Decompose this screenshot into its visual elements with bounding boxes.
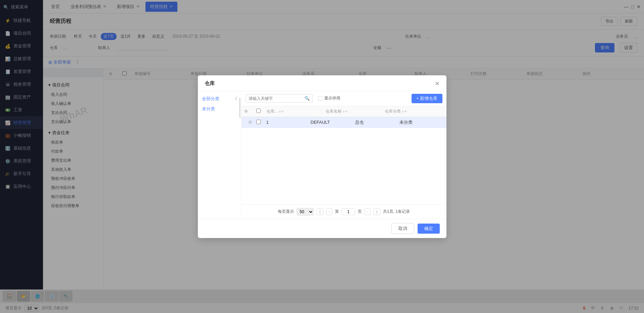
sort-arrows-code: ▲▼: [279, 110, 284, 113]
modal-page-size-select[interactable]: 50 20 100: [297, 208, 314, 216]
sort-arrows-category: ▲▼: [402, 110, 407, 113]
all-categories-label: 全部分类: [202, 96, 219, 102]
cancel-button[interactable]: 取消: [391, 223, 414, 234]
th-warehouse-category-label: 仓库分类: [385, 109, 401, 114]
modal-footer: 取消 确定: [198, 219, 446, 238]
modal-header: 仓库 ✕: [198, 75, 446, 91]
first-page-button[interactable]: ⟪: [316, 208, 324, 215]
row-warehouse-name: 总仓: [355, 119, 399, 125]
all-categories-header[interactable]: 全部分类 《: [198, 94, 241, 104]
last-page-button[interactable]: ⟫: [373, 208, 380, 215]
cat-scrollbar-thumb: [239, 98, 241, 118]
th-warehouse-code-label: 仓库...: [266, 109, 278, 114]
jump-label: 算: [335, 209, 339, 214]
search-box: 🔍: [246, 94, 313, 103]
th-warehouse-category: 仓库分类 ▲▼: [385, 109, 444, 114]
right-panel: 🔍 显示停用 + 新增仓库 ⚙: [242, 91, 446, 219]
category-item-uncategorized[interactable]: 未分类: [198, 104, 241, 114]
search-icon: 🔍: [304, 96, 310, 101]
row-settings-icon: ⚙: [244, 120, 256, 125]
row-warehouse-index: 1: [266, 120, 311, 125]
uncategorized-label: 未分类: [202, 106, 215, 111]
warehouse-modal: 仓库 ✕ 全部分类 《 未分类 🔍: [198, 75, 446, 238]
th-modal-settings: ⚙: [244, 109, 256, 114]
warehouse-search-input[interactable]: [249, 96, 302, 101]
modal-table-footer: 每页显示 50 20 100 ⟪ ‹ 算 页 › ⟫ 共1页, 1条记录: [242, 204, 446, 219]
row-checkbox[interactable]: [256, 120, 266, 125]
right-toolbar: 🔍 显示停用 + 新增仓库: [242, 91, 446, 106]
row-warehouse-category: 未分类: [399, 119, 444, 125]
page-number-input[interactable]: [342, 208, 355, 215]
collapse-categories-icon[interactable]: 《: [233, 96, 237, 102]
row-1-checkbox[interactable]: [256, 120, 261, 124]
modal-body: 全部分类 《 未分类 🔍 显示停用: [198, 91, 446, 219]
table-row[interactable]: ⚙ 1 DEFAULT 总仓 未分类: [242, 117, 446, 128]
prev-page-button[interactable]: ‹: [326, 208, 332, 215]
next-page-button[interactable]: ›: [364, 208, 371, 215]
modal-total-text: 共1页, 1条记录: [383, 209, 410, 214]
modal-select-all-checkbox[interactable]: [256, 109, 261, 113]
sort-arrows-name: ▲▼: [343, 110, 348, 113]
modal-title: 仓库: [205, 80, 215, 87]
show-disabled-text: 显示停用: [324, 95, 340, 101]
th-modal-checkbox: [256, 109, 266, 114]
settings-icon-col: ⚙: [244, 109, 248, 114]
th-warehouse-name: 仓库名称 ▲▼: [326, 109, 385, 114]
th-warehouse-code: 仓库... ▲▼: [266, 109, 326, 114]
modal-table-header: ⚙ 仓库... ▲▼ 仓库名称 ▲▼ 仓库分类 ▲▼: [242, 106, 446, 117]
modal-close-button[interactable]: ✕: [435, 80, 440, 87]
confirm-button[interactable]: 确定: [418, 224, 440, 234]
add-warehouse-button[interactable]: + 新增仓库: [412, 94, 442, 103]
th-warehouse-name-label: 仓库名称: [326, 109, 342, 114]
show-disabled-checkbox[interactable]: [318, 96, 323, 101]
modal-page-size-label: 每页显示: [278, 209, 294, 214]
category-panel: 全部分类 《 未分类: [198, 91, 242, 219]
page-label: 页: [358, 209, 362, 214]
modal-table: ⚙ 仓库... ▲▼ 仓库名称 ▲▼ 仓库分类 ▲▼: [242, 106, 446, 204]
row-warehouse-code: DEFAULT: [311, 120, 355, 125]
show-disabled-label[interactable]: 显示停用: [318, 95, 340, 101]
